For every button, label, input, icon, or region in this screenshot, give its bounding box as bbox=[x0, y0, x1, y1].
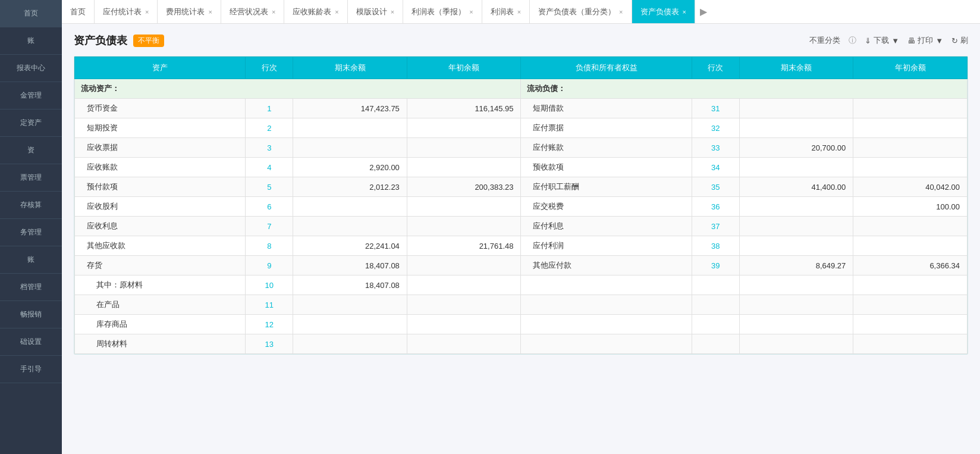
table-row[interactable]: 应收股利 6 应交税费 36 100.00 bbox=[75, 197, 968, 217]
download-icon: ⇓ bbox=[865, 36, 871, 45]
left-row-num: 10 bbox=[246, 275, 293, 295]
table-row[interactable]: 预付款项 5 2,012.23 200,383.23 应付职工薪酬 35 41,… bbox=[75, 177, 968, 197]
tab-template-design[interactable]: 模版设计× bbox=[348, 0, 403, 24]
table-row[interactable]: 存货 9 18,407.08 其他应付款 39 8,649.27 6,366.3… bbox=[75, 256, 968, 275]
table-row[interactable]: 短期投资 2 应付票据 32 bbox=[75, 118, 968, 138]
sidebar-item-archive[interactable]: 档管理 bbox=[0, 274, 62, 301]
left-end-balance: 2,920.00 bbox=[293, 158, 407, 177]
left-row-num: 13 bbox=[246, 334, 293, 354]
table-row[interactable]: 应收账款 4 2,920.00 预收款项 34 bbox=[75, 158, 968, 177]
page-title-area: 资产负债表 不平衡 bbox=[74, 33, 164, 48]
table-row[interactable]: 周转材料 13 bbox=[75, 334, 968, 354]
help-icon[interactable]: ⓘ bbox=[849, 35, 856, 46]
tab-balance[interactable]: 资产负债表× bbox=[632, 0, 695, 24]
section-right-label: 流动负债： bbox=[521, 79, 968, 99]
tab-home[interactable]: 首页 bbox=[62, 0, 95, 24]
right-row-num: 34 bbox=[692, 158, 739, 177]
right-name: 应付利润 bbox=[521, 236, 692, 256]
left-begin-balance bbox=[407, 315, 521, 334]
right-end-balance: 20,700.00 bbox=[739, 138, 853, 158]
tabs-scroll-right[interactable]: ▶ bbox=[695, 6, 712, 17]
left-end-balance bbox=[293, 315, 407, 334]
tab-operations[interactable]: 经营状况表× bbox=[221, 0, 284, 24]
print-arrow: ▼ bbox=[935, 36, 943, 45]
download-btn[interactable]: ⇓ 下载 ▼ bbox=[865, 35, 899, 46]
left-begin-balance bbox=[407, 158, 521, 177]
right-row-num: 32 bbox=[692, 118, 739, 138]
sidebar-item-fixed-assets[interactable]: 定资产 bbox=[0, 109, 62, 137]
sidebar: 首页 账 报表中心 金管理 定资产 资 票管理 存核算 务管理 账 档管理 畅报… bbox=[0, 0, 62, 454]
close-tab-payable-stats[interactable]: × bbox=[145, 8, 149, 15]
col-end-balance-right: 期末余额 bbox=[739, 57, 853, 79]
tab-expense-stats[interactable]: 费用统计表× bbox=[158, 0, 221, 24]
right-name: 其他应付款 bbox=[521, 256, 692, 275]
table-row[interactable]: 应收票据 3 应付账款 33 20,700.00 bbox=[75, 138, 968, 158]
left-begin-balance: 200,383.23 bbox=[407, 177, 521, 197]
right-end-balance bbox=[739, 315, 853, 334]
col-end-balance-left: 期末余额 bbox=[293, 57, 407, 79]
sidebar-item-expense[interactable]: 畅报销 bbox=[0, 301, 62, 328]
table-row[interactable]: 在产品 11 bbox=[75, 295, 968, 315]
sidebar-item-guide[interactable]: 手引导 bbox=[0, 356, 62, 383]
right-end-balance bbox=[739, 118, 853, 138]
unbalanced-badge: 不平衡 bbox=[133, 35, 164, 47]
right-begin-balance bbox=[853, 236, 968, 256]
sidebar-item-report-center[interactable]: 报表中心 bbox=[0, 55, 62, 82]
left-end-balance bbox=[293, 138, 407, 158]
sidebar-item-fund[interactable]: 金管理 bbox=[0, 82, 62, 109]
close-tab-expense-stats[interactable]: × bbox=[208, 8, 212, 15]
right-name: 应付利息 bbox=[521, 217, 692, 236]
close-tab-profit-quarterly[interactable]: × bbox=[469, 8, 473, 15]
col-begin-balance-right: 年初余额 bbox=[853, 57, 968, 79]
refresh-icon: ↻ bbox=[951, 36, 958, 45]
close-tab-receivable-aging[interactable]: × bbox=[335, 8, 338, 15]
download-arrow: ▼ bbox=[891, 36, 899, 45]
right-end-balance: 41,400.00 bbox=[739, 177, 853, 197]
left-end-balance: 18,407.08 bbox=[293, 256, 407, 275]
sidebar-item-business[interactable]: 务管理 bbox=[0, 219, 62, 246]
table-row[interactable]: 应收利息 7 应付利息 37 bbox=[75, 217, 968, 236]
table-row[interactable]: 其他应收款 8 22,241.04 21,761.48 应付利润 38 bbox=[75, 236, 968, 256]
left-begin-balance: 116,145.95 bbox=[407, 99, 521, 118]
close-tab-balance-reclassified[interactable]: × bbox=[619, 8, 623, 15]
left-begin-balance bbox=[407, 138, 521, 158]
left-begin-balance bbox=[407, 118, 521, 138]
page-content: 资产负债表 不平衡 不重分类 ⓘ ⇓ 下载 ▼ 🖶 打印 ▼ ↻ 刷 bbox=[62, 24, 980, 454]
left-name: 短期投资 bbox=[75, 118, 246, 138]
left-end-balance: 18,407.08 bbox=[293, 275, 407, 295]
sidebar-item-ledger[interactable]: 账 bbox=[0, 246, 62, 274]
sidebar-item-inventory[interactable]: 存核算 bbox=[0, 192, 62, 219]
left-end-balance bbox=[293, 334, 407, 354]
close-tab-operations[interactable]: × bbox=[272, 8, 275, 15]
sidebar-item-ticket[interactable]: 票管理 bbox=[0, 164, 62, 192]
table-row[interactable]: 货币资金 1 147,423.75 116,145.95 短期借款 31 bbox=[75, 99, 968, 118]
print-btn[interactable]: 🖶 打印 ▼ bbox=[907, 35, 943, 46]
sidebar-item-account[interactable]: 账 bbox=[0, 27, 62, 55]
right-row-num bbox=[692, 295, 739, 315]
table-row[interactable]: 其中：原材料 10 18,407.08 bbox=[75, 275, 968, 295]
refresh-btn[interactable]: ↻ 刷 bbox=[951, 35, 968, 46]
right-name: 应付账款 bbox=[521, 138, 692, 158]
left-row-num: 4 bbox=[246, 158, 293, 177]
sidebar-item-home[interactable]: 首页 bbox=[0, 0, 62, 27]
table-row[interactable]: 库存商品 12 bbox=[75, 315, 968, 334]
tab-balance-reclassified[interactable]: 资产负债表（重分类）× bbox=[530, 0, 632, 24]
right-begin-balance bbox=[853, 295, 968, 315]
close-tab-balance[interactable]: × bbox=[683, 8, 686, 15]
right-row-num: 39 bbox=[692, 256, 739, 275]
right-end-balance bbox=[739, 217, 853, 236]
sidebar-item-capital[interactable]: 资 bbox=[0, 137, 62, 164]
tab-payable-stats[interactable]: 应付统计表× bbox=[95, 0, 158, 24]
close-tab-profit[interactable]: × bbox=[517, 8, 521, 15]
sidebar-item-settings[interactable]: 础设置 bbox=[0, 328, 62, 356]
tab-profit-quarterly[interactable]: 利润表（季报）× bbox=[403, 0, 482, 24]
tab-receivable-aging[interactable]: 应收账龄表× bbox=[284, 0, 347, 24]
left-name: 其他应收款 bbox=[75, 236, 246, 256]
no-reclassify-label[interactable]: 不重分类 bbox=[809, 35, 840, 46]
right-name: 应付票据 bbox=[521, 118, 692, 138]
left-row-num: 3 bbox=[246, 138, 293, 158]
left-begin-balance bbox=[407, 334, 521, 354]
tab-profit[interactable]: 利润表× bbox=[482, 0, 530, 24]
close-tab-template-design[interactable]: × bbox=[391, 8, 394, 15]
right-name: 应付职工薪酬 bbox=[521, 177, 692, 197]
